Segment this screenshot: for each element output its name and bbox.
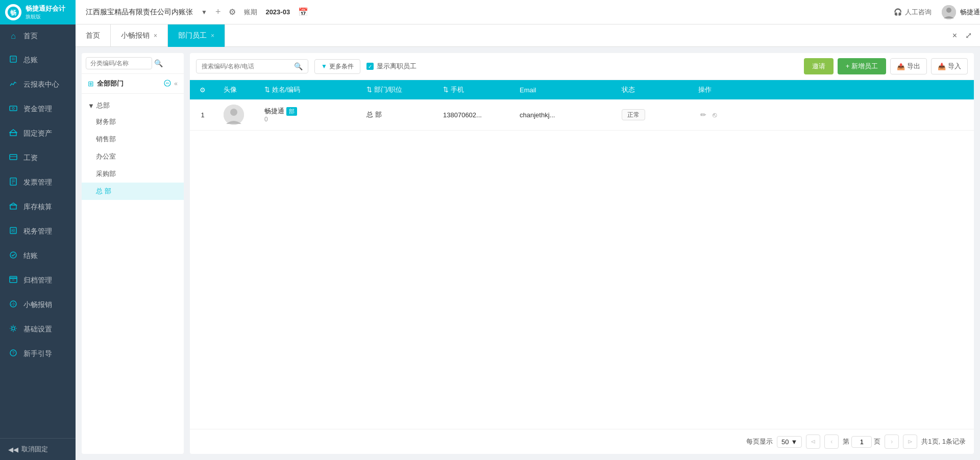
search-icon[interactable]: 🔍 [294, 62, 303, 70]
col-phone[interactable]: ⇅ 手机 [435, 80, 511, 99]
page-first-btn[interactable]: ⊲ [806, 435, 820, 449]
svg-text:畅: 畅 [10, 9, 16, 16]
sidebar-item-home[interactable]: ⌂ 首页 [0, 24, 76, 48]
funds-icon [8, 104, 18, 114]
dept-edit-icon[interactable]: ✏ [164, 80, 171, 88]
sidebar-item-reports[interactable]: 云报表中心 [0, 72, 76, 97]
sidebar-item-funds[interactable]: 资金管理 [0, 97, 76, 121]
sidebar-item-label: 归档管理 [23, 276, 52, 285]
svg-point-8 [12, 108, 14, 110]
col-settings[interactable]: ⚙ [190, 80, 215, 99]
support-label: 人工咨询 [905, 8, 932, 17]
page-input[interactable] [851, 436, 872, 448]
row-phone: 138070602... [435, 99, 511, 131]
sidebar-item-ledger[interactable]: 总账 [0, 48, 76, 72]
sidebar-item-archive[interactable]: 归档管理 [0, 268, 76, 293]
row-index: 1 [190, 99, 215, 131]
add-company-btn[interactable]: + [215, 7, 221, 17]
sidebar-item-label: 首页 [23, 32, 38, 41]
tab-expense-close[interactable]: × [154, 32, 157, 39]
collapse-icon[interactable]: « [174, 80, 178, 87]
employee-search-box[interactable]: 🔍 [196, 59, 308, 73]
page-last-btn[interactable]: ⊳ [903, 435, 917, 449]
sidebar-item-label: 新手引导 [23, 349, 52, 359]
svg-text:税: 税 [11, 228, 15, 233]
user-area[interactable]: 畅捷通 [942, 5, 980, 19]
import-icon: 📥 [938, 63, 946, 70]
page-info: 第 页 [843, 436, 880, 448]
tab-home[interactable]: 首页 [76, 24, 111, 47]
calendar-icon[interactable]: 📅 [298, 7, 308, 17]
employee-toolbar: 🔍 ▼ 更多条件 显示离职员工 邀请 + 新增员工 📤 [190, 53, 974, 80]
invoice-icon [8, 177, 18, 188]
tab-department-close[interactable]: × [211, 32, 214, 39]
svg-rect-11 [10, 155, 17, 160]
dept-search-area: 🔍 [82, 53, 184, 74]
dept-item-purchase[interactable]: 采购部 [82, 165, 184, 183]
sidebar-item-guide[interactable]: ? 新手引导 [0, 342, 76, 366]
svg-point-33 [230, 109, 237, 116]
tab-expense[interactable]: 小畅报销 × [111, 24, 168, 47]
ledger-icon [8, 55, 18, 65]
tab-close-all-btn[interactable]: × [950, 29, 959, 42]
tab-expand-btn[interactable]: ⤢ [963, 29, 974, 42]
sidebar-item-label: 税务管理 [23, 227, 52, 236]
col-dept[interactable]: ⇅ 部门/职位 [358, 80, 435, 99]
tab-department[interactable]: 部门员工 × [168, 24, 225, 47]
sidebar-item-inventory[interactable]: 库存核算 [0, 195, 76, 219]
sidebar-item-close-account[interactable]: 结账 [0, 244, 76, 268]
sidebar-item-invoice[interactable]: 发票管理 [0, 170, 76, 195]
page-content: 🔍 ⊞ 全部部门 ✏ « ▼ 总部 财务部 销售部 [76, 47, 980, 460]
invite-button[interactable]: 邀请 [804, 58, 834, 74]
col-name[interactable]: ⇅ 姓名/编码 [256, 80, 358, 99]
sidebar-item-salary[interactable]: 工资 [0, 146, 76, 170]
dept-item-finance[interactable]: 财务部 [82, 113, 184, 131]
export-button[interactable]: 📤 导出 [890, 58, 927, 74]
avatar [942, 5, 956, 19]
settings-icon[interactable]: ⚙ [229, 7, 236, 17]
sidebar-item-assets[interactable]: 固定资产 [0, 121, 76, 146]
svg-rect-23 [10, 276, 17, 278]
signout-icon[interactable]: ⎋ [713, 111, 717, 119]
company-dropdown-icon[interactable]: ▼ [201, 9, 207, 16]
dept-all-header[interactable]: ⊞ 全部部门 ✏ « [82, 74, 184, 94]
period-value: 2023-03 [265, 8, 290, 16]
content-area: 首页 小畅报销 × 部门员工 × × ⤢ 🔍 [76, 24, 980, 460]
dept-group-headquarters[interactable]: ▼ 总部 [82, 98, 184, 113]
row-avatar [215, 99, 256, 131]
row-actions: ✏ ⎋ [690, 99, 974, 131]
sidebar-item-label: 工资 [23, 154, 38, 163]
col-status: 状态 [614, 80, 690, 99]
col-avatar: 头像 [215, 80, 256, 99]
page-next-btn[interactable]: › [885, 435, 899, 449]
dept-item-general[interactable]: 总 部 [82, 183, 184, 200]
svg-rect-17 [10, 205, 16, 209]
add-employee-button[interactable]: + 新增员工 [838, 58, 886, 74]
edit-icon[interactable]: ✏ [700, 111, 706, 119]
import-button[interactable]: 📥 导入 [931, 58, 968, 74]
dept-item-office[interactable]: 办公室 [82, 148, 184, 165]
dept-search-icon[interactable]: 🔍 [154, 59, 163, 67]
page-size-select[interactable]: 50 ▼ [777, 436, 802, 448]
support-button[interactable]: 🎧 人工咨询 [894, 8, 932, 17]
filter-button[interactable]: ▼ 更多条件 [314, 59, 360, 74]
page-prev-btn[interactable]: ‹ [824, 435, 839, 449]
show-resigned-checkbox[interactable] [366, 63, 374, 70]
svg-text:?: ? [12, 350, 14, 355]
dept-item-sales[interactable]: 销售部 [82, 131, 184, 148]
basic-settings-icon [8, 324, 18, 335]
sidebar-item-settings[interactable]: 基础设置 [0, 317, 76, 342]
dept-search-input[interactable] [86, 57, 152, 69]
sidebar-item-tax[interactable]: 税 税务管理 [0, 219, 76, 244]
assets-icon [8, 129, 18, 139]
logo: 畅 畅捷通好会计 旗舰版 [0, 0, 76, 24]
tax-icon: 税 [8, 226, 18, 237]
sidebar-item-label: 固定资产 [23, 129, 52, 138]
page-size-value: 50 [781, 438, 789, 446]
employee-search-input[interactable] [202, 63, 291, 70]
sidebar-item-label: 结账 [23, 251, 38, 261]
sidebar-item-expense[interactable]: 小 小畅报销 [0, 293, 76, 317]
svg-rect-9 [10, 133, 16, 136]
close-account-icon [8, 251, 18, 261]
cancel-fixed-btn[interactable]: ◀◀ 取消固定 [0, 438, 76, 460]
